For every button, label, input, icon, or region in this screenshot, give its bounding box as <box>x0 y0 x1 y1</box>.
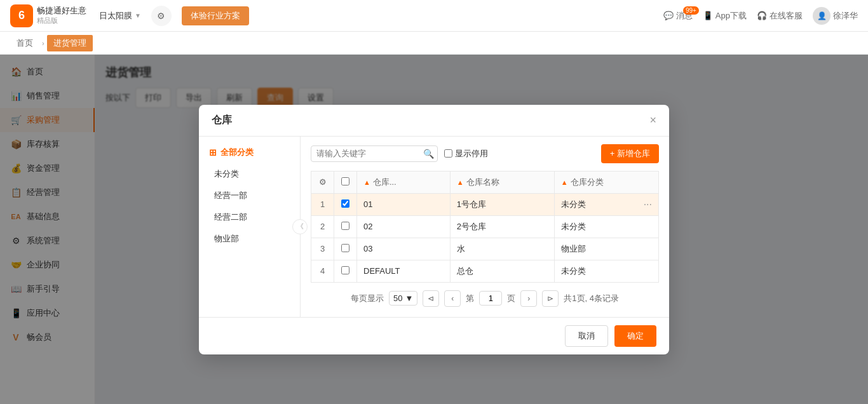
table-row[interactable]: 1 01 1号仓库 未分类··· <box>311 193 659 215</box>
first-page-button[interactable]: ⊲ <box>423 290 439 307</box>
grid-icon: ⊞ <box>209 147 217 158</box>
row-code: 01 <box>357 193 451 215</box>
message-badge: 99+ <box>683 6 699 15</box>
row-code: 02 <box>357 215 451 238</box>
row-name: 总仓 <box>450 260 554 282</box>
navbar: 首页 › 进货管理 <box>0 32 868 55</box>
headset-icon: 🎧 <box>757 11 767 20</box>
th-checkbox <box>334 171 357 193</box>
th-name: ▲仓库名称 <box>450 171 554 193</box>
row-num: 1 <box>311 193 334 215</box>
nav-purchase[interactable]: 进货管理 <box>47 35 93 51</box>
cat-all-label: 全部分类 <box>220 147 254 158</box>
modal-footer: 取消 确定 <box>199 317 669 354</box>
cancel-button[interactable]: 取消 <box>565 325 608 347</box>
row-name: 1号仓库 <box>450 193 554 215</box>
app-download-button[interactable]: 📱 App下载 <box>703 10 747 22</box>
cat-item-1[interactable]: 经营一部 <box>199 185 300 206</box>
table-row[interactable]: 2 02 2号仓库 未分类 <box>311 215 659 238</box>
cat-item-0[interactable]: 未分类 <box>199 163 300 185</box>
last-page-button[interactable]: ⊳ <box>542 290 559 307</box>
table-panel: 🔍 显示停用 + 新增仓库 ⚙ <box>301 137 669 317</box>
row-checkbox[interactable] <box>334 215 357 238</box>
row-num: 2 <box>311 215 334 238</box>
table-toolbar: 🔍 显示停用 + 新增仓库 <box>311 144 659 163</box>
select-all-checkbox[interactable] <box>341 177 349 185</box>
username: 徐泽华 <box>833 10 858 22</box>
page-size-select[interactable]: 50 ▼ <box>389 291 417 306</box>
row-num: 3 <box>311 238 334 260</box>
search-box: 🔍 <box>311 145 438 162</box>
page-size-value: 50 <box>393 293 402 303</box>
user-profile[interactable]: 👤 徐泽华 <box>813 7 858 25</box>
warehouse-modal: 仓库 × ⊞ 全部分类 未分类 经营一部 经营二部 物业部 《 <box>199 105 669 354</box>
th-code: ▲仓库... <box>357 171 451 193</box>
topbar-right: 💬 消息 99+ 📱 App下载 🎧 在线客服 👤 徐泽华 <box>663 7 858 25</box>
pagination: 每页显示 50 ▼ ⊲ ‹ 第 页 › ⊳ 共1页, 4条记录 <box>311 283 659 309</box>
row-name: 水 <box>450 238 554 260</box>
logo-sub: 精品版 <box>37 16 86 25</box>
warehouse-table: ⚙ ▲仓库... ▲仓库名称 ▲仓库分类 1 01 <box>311 171 659 283</box>
modal-close-button[interactable]: × <box>649 114 656 126</box>
category-panel: ⊞ 全部分类 未分类 经营一部 经营二部 物业部 《 <box>199 137 301 317</box>
page-suffix-label: 页 <box>507 293 515 304</box>
modal-header: 仓库 × <box>199 105 669 137</box>
th-category: ▲仓库分类 <box>554 171 658 193</box>
main-layout: 🏠 首页 📊 销售管理 🛒 采购管理 📦 库存核算 💰 资金管理 📋 经营管理 … <box>0 55 868 404</box>
page-input[interactable] <box>479 291 502 306</box>
total-info: 共1页, 4条记录 <box>564 293 619 304</box>
row-checkbox[interactable] <box>334 193 357 215</box>
page-size-arrow-icon: ▼ <box>405 293 413 303</box>
row-checkbox[interactable] <box>334 238 357 260</box>
search-icon: 🔍 <box>423 149 434 159</box>
logo: 6 畅捷通好生意 精品版 <box>10 4 86 27</box>
show-disabled-checkbox[interactable] <box>444 149 452 158</box>
logo-icon: 6 <box>10 4 33 27</box>
row-menu-icon[interactable]: ··· <box>644 199 652 210</box>
online-service-button[interactable]: 🎧 在线客服 <box>757 10 803 22</box>
message-button[interactable]: 💬 消息 99+ <box>663 10 693 22</box>
next-page-button[interactable]: › <box>520 290 537 307</box>
page-prefix-label: 第 <box>466 293 474 304</box>
cat-item-2[interactable]: 经营二部 <box>199 206 300 228</box>
phone-icon: 📱 <box>703 11 713 20</box>
row-category: 未分类 <box>554 260 658 282</box>
prev-page-button[interactable]: ‹ <box>444 290 461 307</box>
row-code: DEFAULT <box>357 260 451 282</box>
topbar: 6 畅捷通好生意 精品版 日太阳膜 ▼ ⚙ 体验行业方案 💬 消息 99+ 📱 … <box>0 0 868 32</box>
row-category: 未分类··· <box>554 193 658 215</box>
store-arrow-icon: ▼ <box>135 12 141 19</box>
row-category: 未分类 <box>554 215 658 238</box>
table-row[interactable]: 3 03 水 物业部 <box>311 238 659 260</box>
show-disabled-text: 显示停用 <box>455 148 488 159</box>
settings-icon[interactable]: ⚙ <box>151 6 172 26</box>
logo-name: 畅捷通好生意 <box>37 6 86 17</box>
row-name: 2号仓库 <box>450 215 554 238</box>
store-selector[interactable]: 日太阳膜 ▼ <box>99 10 141 22</box>
store-name: 日太阳膜 <box>99 10 132 22</box>
online-service-label: 在线客服 <box>770 10 803 22</box>
row-code: 03 <box>357 238 451 260</box>
row-num: 4 <box>311 260 334 282</box>
search-input[interactable] <box>316 149 423 158</box>
modal-title: 仓库 <box>212 114 232 127</box>
confirm-button[interactable]: 确定 <box>614 325 656 347</box>
show-disabled-label[interactable]: 显示停用 <box>444 148 488 159</box>
trial-button[interactable]: 体验行业方案 <box>182 6 249 25</box>
cat-header-all[interactable]: ⊞ 全部分类 <box>199 142 300 163</box>
cat-item-3[interactable]: 物业部 <box>199 228 300 250</box>
table-row[interactable]: 4 DEFAULT 总仓 未分类 <box>311 260 659 282</box>
add-warehouse-button[interactable]: + 新增仓库 <box>601 144 659 163</box>
app-download-label: App下载 <box>715 10 747 22</box>
modal-body: ⊞ 全部分类 未分类 经营一部 经营二部 物业部 《 🔍 <box>199 137 669 317</box>
nav-home[interactable]: 首页 <box>10 35 39 51</box>
cat-collapse-button[interactable]: 《 <box>292 219 308 234</box>
modal-overlay: 仓库 × ⊞ 全部分类 未分类 经营一部 经营二部 物业部 《 <box>0 55 868 404</box>
avatar: 👤 <box>813 7 831 25</box>
row-category: 物业部 <box>554 238 658 260</box>
row-checkbox[interactable] <box>334 260 357 282</box>
message-icon: 💬 <box>663 11 674 20</box>
th-settings: ⚙ <box>311 171 334 193</box>
per-page-label: 每页显示 <box>351 293 384 304</box>
